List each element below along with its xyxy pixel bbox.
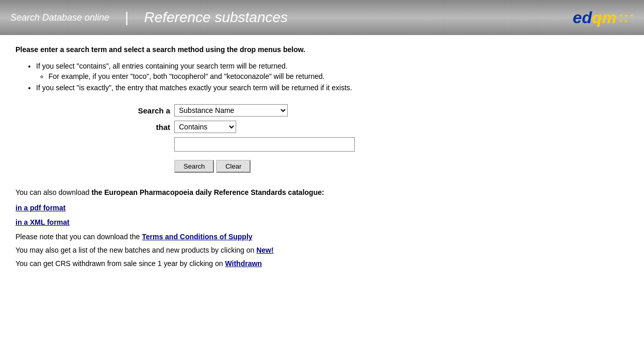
- bullet-contains-example: For example, if you enter "toco", both "…: [48, 72, 629, 80]
- header-divider: |: [125, 9, 128, 26]
- logo-edom: edqm: [573, 8, 617, 27]
- that-label: that: [119, 123, 170, 131]
- instructions-section: If you select "contains", all entries co…: [26, 62, 629, 92]
- xml-format-link[interactable]: in a XML format: [15, 218, 629, 226]
- download-intro-text: You can also download the European Pharm…: [15, 188, 629, 196]
- search-button[interactable]: Search: [174, 160, 214, 173]
- pdf-format-link[interactable]: in a pdf format: [15, 204, 629, 212]
- logo-ed-part: ed: [573, 8, 592, 27]
- search-field-dropdown[interactable]: Substance Name CAS Number Chemical Abstr…: [174, 104, 288, 117]
- new-batches-link[interactable]: New!: [256, 246, 273, 254]
- withdrawn-link[interactable]: Withdrawn: [225, 259, 261, 268]
- terms-conditions-link[interactable]: Terms and Conditions of Supply: [142, 233, 252, 241]
- search-text-input[interactable]: [174, 137, 355, 152]
- bullet-exactly: If you select "is exactly", the entry th…: [36, 84, 629, 92]
- header-left: Search Database online | Reference subst…: [10, 9, 288, 26]
- search-field-row: Search a Substance Name CAS Number Chemi…: [119, 104, 288, 117]
- logo-stars-top: ★ ★ ★: [619, 13, 634, 19]
- note-text: Please note that you can download the Te…: [15, 233, 629, 241]
- logo-qm-part: qm: [592, 8, 617, 27]
- search-form: Search a Substance Name CAS Number Chemi…: [15, 104, 629, 173]
- main-content: Please enter a search term and select a …: [0, 35, 644, 278]
- search-a-label: Search a: [119, 106, 170, 115]
- header: Search Database online | Reference subst…: [0, 0, 644, 35]
- search-buttons: Search Clear: [174, 160, 251, 173]
- withdrawn-text: You can get CRS withdrawn from sale sinc…: [15, 259, 629, 268]
- bullet-contains: If you select "contains", all entries co…: [36, 62, 629, 80]
- search-input-row: [119, 137, 355, 152]
- header-logo: edqm ★ ★ ★ ★ ★: [573, 8, 634, 27]
- header-db-title: Search Database online: [10, 12, 109, 23]
- batches-text: You may also get a list of the new batch…: [15, 246, 629, 254]
- intro-bold-text: Please enter a search term and select a …: [15, 45, 629, 54]
- clear-button[interactable]: Clear: [216, 160, 251, 173]
- download-section: You can also download the European Pharm…: [15, 188, 629, 268]
- download-intro-bold: the European Pharmacopoeia daily Referen…: [91, 188, 324, 196]
- search-match-dropdown[interactable]: Contains Is exactly: [174, 121, 236, 133]
- search-match-row: that Contains Is exactly: [119, 121, 236, 133]
- header-ref-title: Reference substances: [144, 9, 288, 26]
- logo-stars-bottom: ★ ★: [619, 19, 634, 24]
